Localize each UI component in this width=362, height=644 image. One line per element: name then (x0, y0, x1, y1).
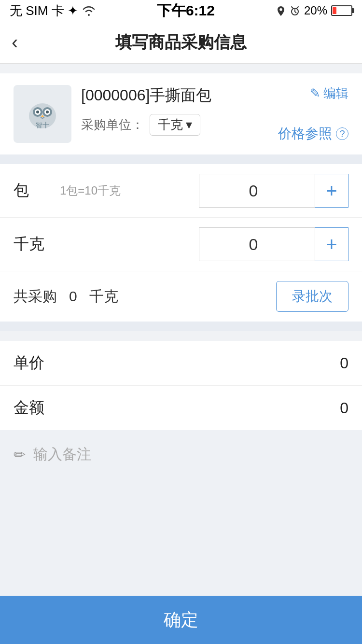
svg-point-7 (46, 111, 49, 113)
product-image: 智十 (14, 85, 71, 143)
unit-select[interactable]: 千克 ▾ (150, 114, 200, 136)
chevron-down-icon: ▾ (186, 117, 192, 132)
location-icon (276, 5, 286, 16)
batch-button[interactable]: 录批次 (276, 281, 348, 312)
status-right: 20% (276, 4, 352, 17)
kg-input-group: + (199, 227, 348, 261)
pencil-icon: ✏ (14, 446, 26, 463)
wifi-icon (82, 5, 96, 16)
alarm-icon (290, 5, 300, 16)
amount-label: 金额 (14, 397, 44, 419)
sim-status: 无 SIM 卡 ✦ (10, 2, 78, 19)
bao-row: 包 1包=10千克 + (0, 164, 362, 218)
amount-value: 0 (340, 399, 348, 417)
bao-sublabel: 1包=10千克 (60, 183, 121, 198)
kg-row: 千克 + (0, 218, 362, 271)
price-section: 单价 0 金额 0 (0, 341, 362, 430)
nav-bar: ‹ 填写商品采购信息 (0, 21, 362, 64)
status-bar: 无 SIM 卡 ✦ 下午6:12 20% (0, 0, 362, 21)
product-name: [0000006]手撕面包 (81, 85, 348, 106)
price-ref-button[interactable]: 价格参照 ? (278, 125, 348, 143)
content-spacer (0, 478, 362, 596)
bao-label: 包 (14, 180, 52, 201)
kg-label: 千克 (14, 234, 52, 255)
product-logo: 智十 (23, 95, 62, 133)
product-card: 智十 [0000006]手撕面包 采购单位： 千克 ▾ ✎ 编辑 价格参照 ? (0, 73, 362, 154)
section-divider-2 (0, 322, 362, 331)
bao-input-group: + (199, 174, 348, 208)
question-icon: ? (336, 127, 348, 140)
svg-point-6 (36, 111, 39, 113)
battery-icon (331, 5, 352, 16)
page-title: 填写商品采购信息 (115, 31, 247, 54)
unit-price-label: 单价 (14, 352, 44, 374)
unit-value: 千克 (158, 116, 183, 133)
battery-percent: 20% (304, 4, 327, 17)
edit-button[interactable]: ✎ 编辑 (310, 85, 348, 102)
edit-icon: ✎ (310, 86, 320, 101)
edit-label: 编辑 (323, 85, 348, 102)
kg-qty-input[interactable] (199, 227, 315, 261)
unit-label: 采购单位： (81, 116, 144, 133)
back-button[interactable]: ‹ (12, 31, 18, 53)
status-time: 下午6:12 (157, 1, 215, 21)
status-left: 无 SIM 卡 ✦ (10, 2, 96, 19)
bao-plus-button[interactable]: + (315, 174, 348, 208)
kg-plus-button[interactable]: + (315, 227, 348, 261)
svg-text:智十: 智十 (36, 121, 49, 129)
unit-price-row: 单价 0 (0, 341, 362, 386)
section-divider-1 (0, 154, 362, 164)
input-section: 包 1包=10千克 + 千克 + (0, 164, 362, 271)
notes-section[interactable]: ✏ 输入备注 (0, 430, 362, 478)
total-label: 共采购 0 千克 (14, 287, 118, 307)
unit-price-value: 0 (340, 354, 348, 372)
confirm-label: 确定 (164, 608, 198, 632)
confirm-button[interactable]: 确定 (0, 596, 362, 644)
notes-placeholder: 输入备注 (33, 445, 91, 464)
total-row: 共采购 0 千克 录批次 (0, 271, 362, 322)
bao-qty-input[interactable] (199, 174, 315, 208)
price-ref-label: 价格参照 (278, 125, 332, 143)
amount-row: 金额 0 (0, 386, 362, 430)
